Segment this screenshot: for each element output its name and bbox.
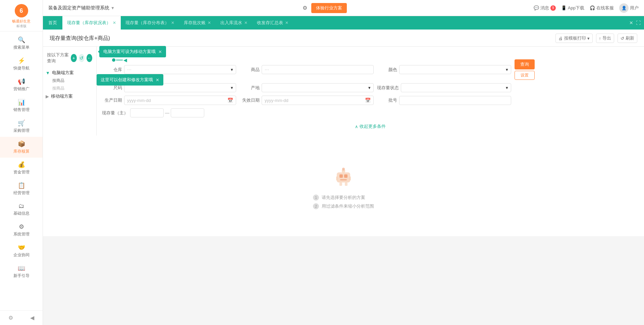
color-select[interactable]: . ▾ xyxy=(399,65,511,74)
tab-inventory-status-close[interactable]: ✕ xyxy=(113,20,116,25)
sidebar-item-management[interactable]: 📋 经营管理 xyxy=(0,178,43,199)
brand-name: 畅通好生意 xyxy=(12,19,31,24)
tooltip-edit-close[interactable]: ✕ xyxy=(156,77,159,83)
print-icon: 🖨 xyxy=(558,36,563,41)
quicknav-icon: ⚡ xyxy=(18,57,25,64)
user-area[interactable]: 👤 用户 xyxy=(619,3,639,13)
collapse-sidebar-btn[interactable]: ◀ xyxy=(30,315,34,321)
sidebar-item-finance[interactable]: 💰 资金管理 xyxy=(0,158,43,178)
sidebar-item-system[interactable]: ⚙ 系统管理 xyxy=(0,220,43,240)
gear-settings-btn[interactable]: ⚙ xyxy=(301,3,309,12)
print-template-btn[interactable]: 🖨 按模板打印 ▾ xyxy=(555,34,593,43)
empty-tip-1-text: 请先选择要分析的方案 xyxy=(322,195,365,201)
sidebar-item-basic[interactable]: 🗂 基础信息 xyxy=(0,199,43,220)
page-actions: 🖨 按模板打印 ▾ ↑ 导出 ↺ 刷新 xyxy=(555,34,638,43)
sidebar-item-quicknav[interactable]: ⚡ 快捷导航 xyxy=(0,54,43,74)
svg-point-5 xyxy=(342,168,345,170)
scheme-tree: ▼ 电脑端方案 按商品 按商品 ▶ 移动端方案 xyxy=(43,69,96,103)
svg-rect-2 xyxy=(344,174,347,178)
stock-status-label: 现存量状态 xyxy=(377,85,399,91)
sidebar-item-guide[interactable]: 📖 新手引导 xyxy=(0,261,43,282)
collapse-conditions-btn[interactable]: ∧ 收起更多条件 xyxy=(102,121,639,132)
stock-main-from[interactable] xyxy=(130,108,164,117)
sidebar-item-sales[interactable]: 📊 销售管理 xyxy=(0,95,43,116)
filter-item-prod-date: 生产日期 yyyy-mm-dd 📅 xyxy=(102,96,236,105)
sidebar-item-system-label: 系统管理 xyxy=(13,231,30,237)
sidebar-item-search[interactable]: 🔍 搜索菜单 xyxy=(0,33,43,54)
empty-state: 1 请先选择要分析的方案 2 用过滤条件来缩小分析范围 xyxy=(43,136,644,236)
sidebar-item-marketing[interactable]: 📢 营销推广 xyxy=(0,74,43,95)
pc-scheme-sub: 按商品 按商品 xyxy=(43,77,96,92)
sidebar-item-cooperation[interactable]: 🤝 企业协同 xyxy=(0,240,43,261)
filter-item-color: 颜色 . ▾ xyxy=(377,65,511,74)
app-download-btn[interactable]: 📱 App下载 xyxy=(561,5,584,11)
prod-date-placeholder: yyyy-mm-dd xyxy=(127,98,151,103)
reset-btn[interactable]: 设置 xyxy=(515,71,535,80)
tab-batch-ledger-close[interactable]: ✕ xyxy=(208,20,211,25)
stock-status-select[interactable]: . ▾ xyxy=(401,83,511,92)
online-service-label: 在线客服 xyxy=(596,5,614,11)
prod-date-from[interactable]: yyyy-mm-dd 📅 xyxy=(124,96,236,105)
origin-select[interactable]: . ▾ xyxy=(262,83,374,92)
sidebar-item-guide-label: 新手引导 xyxy=(13,273,30,279)
tab-batch-ledger[interactable]: 库存批次账 ✕ xyxy=(179,16,216,30)
tab-inventory-status[interactable]: 现存量（库存状况表） ✕ xyxy=(62,16,121,30)
system-selector[interactable]: 装备及固定资产辅助管理系统 ▼ xyxy=(48,5,115,11)
tab-inventory-distribution-close[interactable]: ✕ xyxy=(171,20,174,25)
fullscreen-btn[interactable]: ⛶ xyxy=(636,20,641,25)
edit-scheme-btn[interactable]: ↺ xyxy=(79,54,85,62)
tooltip-edit-text: 这里可以创建和修改方案哦 xyxy=(101,77,153,83)
export-icon: ↑ xyxy=(599,36,601,41)
close-all-tabs-btn[interactable]: ✕ xyxy=(629,20,633,25)
warehouse-select[interactable]: ⋯ ▾ xyxy=(124,65,236,74)
add-scheme-btn[interactable]: + xyxy=(71,54,76,62)
online-service-btn[interactable]: 🎧 在线客服 xyxy=(590,5,614,11)
refresh-btn[interactable]: ↺ 刷新 xyxy=(618,34,637,43)
tooltip-pc-close[interactable]: ✕ xyxy=(158,49,162,54)
refresh-icon: ↺ xyxy=(621,36,624,41)
expiry-date-from[interactable]: yyyy-mm-dd 📅 xyxy=(262,96,374,105)
empty-tips: 1 请先选择要分析的方案 2 用过滤条件来缩小分析范围 xyxy=(313,195,374,209)
sidebar-item-search-label: 搜索菜单 xyxy=(13,45,30,50)
prod-date-label: 生产日期 xyxy=(102,97,122,103)
content-area: 现存量查询(按仓库+商品) 🖨 按模板打印 ▾ ↑ 导出 ↺ 刷新 xyxy=(43,30,644,325)
search-nav-icon: 🔍 xyxy=(18,36,25,44)
sidebar-item-finance-label: 资金管理 xyxy=(13,169,30,175)
pc-scheme-label: 电脑端方案 xyxy=(52,70,74,76)
tab-flow-close[interactable]: ✕ xyxy=(244,20,248,25)
message-label: 消息 xyxy=(540,5,549,11)
mobile-scheme-item[interactable]: ▶ 移动端方案 xyxy=(43,92,96,100)
svg-rect-6 xyxy=(336,176,337,180)
tab-inventory-distribution[interactable]: 现存量（库存分布表） ✕ xyxy=(121,16,179,30)
empty-tip-2-text: 用过滤条件来缩小分析范围 xyxy=(322,203,374,209)
sidebar-item-inventory[interactable]: 📦 库存核算 xyxy=(0,137,43,158)
pc-sub-item-2[interactable]: 按商品 xyxy=(50,85,96,92)
sidebar-bottom: ⚙ ◀ xyxy=(0,310,43,325)
tab-home[interactable]: 首页 xyxy=(43,16,62,30)
settings-bottom-btn[interactable]: ⚙ xyxy=(8,315,13,321)
size-label: 尺码 xyxy=(102,85,122,91)
tabbar-actions: ✕ ⛶ xyxy=(626,16,644,30)
search-btn[interactable]: 查询 xyxy=(515,59,535,69)
message-btn[interactable]: 💬 消息 9 xyxy=(534,5,556,11)
tab-flow[interactable]: 出入库流水 ✕ xyxy=(216,16,252,30)
sidebar-nav: 🔍 搜索菜单 ⚡ 快捷导航 📢 营销推广 📊 销售管理 🛒 采购管理 📦 库存核… xyxy=(0,32,43,310)
filter-main: 电脑方案可设为移动方案哦 ✕ 仓库 ⋯ ▾ xyxy=(97,47,644,136)
tab-summary-close[interactable]: ✕ xyxy=(285,20,288,25)
goods-select[interactable]: ⋯ xyxy=(262,65,374,74)
user-avatar: 👤 xyxy=(619,3,629,13)
system-icon: ⚙ xyxy=(19,223,24,230)
search-btn-group: 查询 设置 xyxy=(515,59,535,80)
export-btn[interactable]: ↑ 导出 xyxy=(596,34,614,43)
svg-rect-0 xyxy=(337,172,350,182)
industry-plan-btn[interactable]: 体验行业方案 xyxy=(311,3,347,13)
headset-icon: 🎧 xyxy=(590,5,595,10)
tab-summary[interactable]: 收发存汇总表 ✕ xyxy=(252,16,293,30)
mobile-scheme-label: 移动端方案 xyxy=(51,93,73,99)
back-scheme-btn[interactable]: ← xyxy=(87,54,92,62)
pc-scheme-item[interactable]: ▼ 电脑端方案 xyxy=(43,69,96,77)
batch-input[interactable] xyxy=(399,96,511,105)
pc-sub-item-1[interactable]: 按商品 xyxy=(50,77,96,85)
sidebar-item-purchase[interactable]: 🛒 采购管理 xyxy=(0,116,43,137)
stock-main-to[interactable] xyxy=(171,108,204,117)
